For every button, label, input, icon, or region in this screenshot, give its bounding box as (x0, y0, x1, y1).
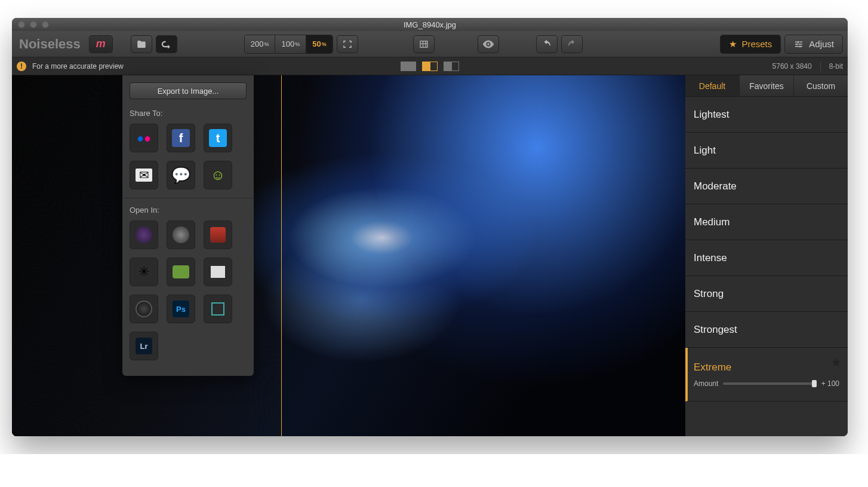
app6-icon (211, 266, 225, 278)
grid-icon (418, 39, 429, 50)
brand-label: Noiseless (19, 36, 81, 52)
share-smugmug-button[interactable]: ☺ (204, 161, 232, 189)
open-in-app-3[interactable] (204, 220, 232, 249)
open-in-app-9[interactable] (204, 295, 232, 323)
photoshop-icon: Ps (173, 301, 189, 317)
app-window: IMG_8940x.jpg Noiseless m 200% 100% 50% (12, 18, 848, 436)
open-in-app-5[interactable] (167, 258, 195, 286)
presets-panel-button[interactable]: ★ Presets (720, 35, 781, 54)
single-view-button[interactable] (401, 62, 416, 71)
open-file-button[interactable] (131, 35, 152, 53)
info-bar: ! For a more accurate preview 5760 x 384… (12, 57, 848, 75)
preset-light[interactable]: Light (685, 133, 848, 169)
presets-list: Lightest Light Moderate Medium Intense S… (685, 97, 848, 436)
open-in-app-4[interactable]: ✳︎ (130, 258, 158, 286)
flickr-icon: ●● (137, 131, 151, 145)
tab-default[interactable]: Default (685, 75, 740, 97)
share-arrow-icon (161, 39, 172, 50)
share-mail-button[interactable]: ✉︎ (130, 161, 158, 189)
preset-moderate[interactable]: Moderate (685, 169, 848, 204)
open-in-lightroom[interactable]: Lr (130, 332, 158, 360)
zoom-50-button[interactable]: 50% (306, 35, 332, 53)
titlebar: IMG_8940x.jpg (12, 18, 848, 31)
toolbar: Noiseless m 200% 100% 50% (12, 31, 848, 57)
preset-strongest[interactable]: Strongest (685, 312, 848, 348)
amount-label: Amount (694, 379, 718, 388)
undo-icon (541, 39, 552, 50)
amount-control: Amount + 100 (694, 379, 839, 388)
app5-icon (173, 265, 189, 278)
share-flickr-button[interactable]: ●● (130, 124, 158, 152)
side-by-side-view-button[interactable] (444, 62, 459, 71)
adjust-panel-button[interactable]: Adjust (784, 35, 843, 54)
svg-point-0 (798, 41, 799, 42)
mail-icon: ✉︎ (136, 169, 152, 182)
eye-icon (482, 38, 495, 51)
camera-icon (136, 301, 152, 317)
open-in-app-6[interactable] (204, 258, 232, 286)
tab-custom[interactable]: Custom (794, 75, 848, 97)
zoom-100-button[interactable]: 100% (275, 35, 306, 53)
image-canvas[interactable] (12, 75, 685, 436)
folder-icon (136, 39, 147, 50)
window-title: IMG_8940x.jpg (12, 20, 848, 29)
presets-sidebar: Default Favorites Custom Lightest Light … (685, 75, 848, 436)
amount-slider[interactable] (723, 382, 816, 385)
share-twitter-button[interactable]: t (204, 124, 232, 152)
divider (820, 62, 821, 71)
fit-icon (342, 39, 353, 50)
fit-to-screen-button[interactable] (337, 35, 358, 53)
preset-lightest[interactable]: Lightest (685, 97, 848, 133)
adjust-label: Adjust (809, 39, 834, 49)
macphun-icon: m (96, 38, 106, 50)
app9-icon (211, 302, 224, 316)
messages-icon: 💬 (171, 166, 190, 185)
share-messages-button[interactable]: 💬 (167, 161, 195, 189)
share-dropdown: Export to Image... Share To: ●● f t ✉︎ 💬… (122, 75, 254, 376)
open-in-camera-app[interactable] (130, 295, 158, 323)
dropdown-divider (122, 198, 254, 198)
crop-button[interactable] (413, 35, 435, 53)
star-icon: ★ (729, 39, 737, 50)
banner-text: For a more accurate preview (32, 62, 124, 71)
open-in-app-2[interactable] (167, 220, 195, 249)
open-in-photoshop[interactable]: Ps (167, 295, 195, 323)
image-dimensions: 5760 x 3840 (772, 62, 812, 71)
redo-icon (567, 39, 577, 50)
split-divider-handle[interactable] (281, 75, 282, 436)
favorite-star-icon[interactable]: ★ (831, 355, 842, 369)
share-button[interactable] (156, 35, 177, 53)
app4-icon: ✳︎ (138, 264, 149, 280)
sliders-icon (793, 39, 804, 50)
facebook-icon: f (172, 129, 190, 147)
macphun-button[interactable]: m (89, 35, 113, 53)
split-view-button[interactable] (422, 62, 438, 71)
twitter-icon: t (209, 129, 227, 147)
open-in-label: Open In: (130, 206, 247, 215)
svg-point-1 (796, 43, 798, 45)
presets-label: Presets (741, 39, 772, 49)
preset-extreme[interactable]: ★ Extreme Amount + 100 (685, 348, 848, 402)
preset-intense[interactable]: Intense (685, 240, 848, 276)
share-to-label: Share To: (130, 109, 247, 118)
redo-button[interactable] (561, 35, 583, 53)
open-in-app-1[interactable] (130, 220, 158, 249)
app3-icon (210, 227, 226, 243)
preview-toggle-button[interactable] (478, 35, 499, 53)
preset-strong[interactable]: Strong (685, 276, 848, 312)
compare-view-toggles (401, 62, 459, 71)
preset-medium[interactable]: Medium (685, 204, 848, 240)
zoom-segmented-control: 200% 100% 50% (244, 35, 333, 54)
tab-favorites[interactable]: Favorites (740, 75, 794, 97)
svg-point-2 (799, 45, 801, 47)
image-bit-depth: 8-bit (829, 62, 843, 71)
undo-button[interactable] (536, 35, 558, 53)
export-to-image-button[interactable]: Export to Image... (130, 82, 247, 99)
app2-icon (173, 226, 189, 243)
warning-icon: ! (17, 62, 26, 71)
zoom-200-button[interactable]: 200% (245, 35, 276, 53)
amount-value: + 100 (821, 379, 839, 388)
smugmug-icon: ☺ (211, 167, 226, 183)
share-facebook-button[interactable]: f (167, 124, 195, 152)
aperture-icon (136, 226, 152, 243)
